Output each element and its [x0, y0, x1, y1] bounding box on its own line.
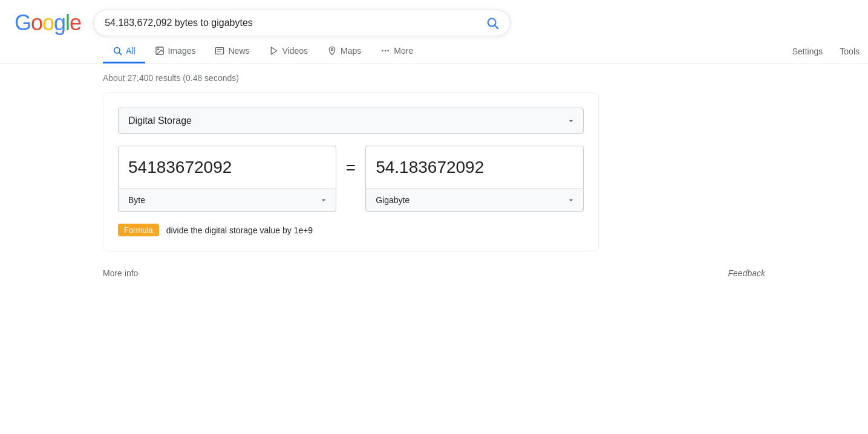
header: Google: [0, 0, 868, 36]
tab-all-label: All: [126, 46, 135, 56]
tab-maps[interactable]: Maps: [318, 40, 371, 63]
logo-letter-o1: o: [31, 10, 42, 36]
from-unit-select[interactable]: Bit Byte Kilobyte Megabyte Gigabyte Tera…: [118, 189, 336, 212]
tab-news-label: News: [228, 46, 249, 56]
tab-news[interactable]: News: [205, 40, 259, 63]
tab-maps-label: Maps: [341, 46, 361, 56]
tab-videos-label: Videos: [282, 46, 308, 56]
maps-tab-icon: [327, 46, 337, 56]
results-summary: About 27,400 results (0.48 seconds): [103, 73, 239, 83]
converter-inputs: 54183672092 Bit Byte Kilobyte Megabyte G…: [118, 146, 584, 212]
search-bar: [93, 10, 511, 36]
svg-point-5: [157, 49, 158, 50]
feedback-link[interactable]: Feedback: [728, 268, 765, 278]
svg-point-13: [388, 50, 390, 52]
search-icon: [486, 16, 499, 30]
category-select[interactable]: Digital Storage Length Mass Temperature …: [118, 108, 584, 134]
svg-point-10: [331, 48, 333, 50]
results-info: About 27,400 results (0.48 seconds): [0, 63, 868, 88]
images-tab-icon: [155, 46, 165, 56]
search-bar-wrapper: [93, 10, 511, 36]
svg-point-11: [382, 50, 383, 52]
svg-point-12: [385, 50, 387, 52]
to-value-display: 54.183672092: [365, 146, 584, 189]
videos-tab-icon: [269, 46, 279, 56]
tab-more[interactable]: More: [371, 40, 423, 63]
more-tab-icon: [380, 46, 390, 56]
search-input[interactable]: [105, 18, 478, 28]
tab-images[interactable]: Images: [145, 40, 206, 63]
settings-link[interactable]: Settings: [784, 40, 832, 62]
tools-link[interactable]: Tools: [831, 40, 868, 62]
logo-letter-e: e: [70, 10, 81, 36]
converter-card: Digital Storage Length Mass Temperature …: [103, 92, 599, 251]
svg-line-1: [495, 25, 498, 28]
google-logo[interactable]: Google: [15, 10, 81, 36]
tab-more-label: More: [394, 46, 413, 56]
formula-row: Formula divide the digital storage value…: [118, 224, 584, 236]
footer-row: More info Feedback: [0, 256, 868, 290]
logo-letter-o2: o: [42, 10, 54, 36]
to-unit-select[interactable]: Bit Byte Kilobyte Megabyte Gigabyte Tera…: [365, 189, 584, 212]
nav-tabs: All Images News Videos Maps More Setting…: [0, 36, 868, 63]
logo-letter-l: l: [65, 10, 70, 36]
tab-images-label: Images: [168, 46, 196, 56]
logo-letter-g: G: [15, 10, 31, 36]
more-info-link[interactable]: More info: [103, 268, 138, 278]
from-value: 54183672092: [128, 158, 232, 177]
nav-settings-tools: Settings Tools: [784, 40, 868, 62]
svg-marker-9: [271, 47, 276, 54]
search-tab-icon: [113, 46, 122, 56]
to-value: 54.183672092: [376, 158, 484, 177]
search-button[interactable]: [486, 16, 499, 30]
from-value-display: 54183672092: [118, 146, 336, 189]
formula-badge: Formula: [118, 224, 159, 236]
tab-all[interactable]: All: [103, 40, 145, 63]
to-input-group: 54.183672092 Bit Byte Kilobyte Megabyte …: [365, 146, 584, 212]
svg-line-3: [119, 53, 122, 55]
category-select-wrapper: Digital Storage Length Mass Temperature …: [118, 108, 584, 134]
news-tab-icon: [215, 46, 224, 56]
tab-videos[interactable]: Videos: [259, 40, 318, 63]
formula-text: divide the digital storage value by 1e+9: [166, 225, 313, 235]
equals-sign: =: [336, 158, 365, 178]
from-input-group: 54183672092 Bit Byte Kilobyte Megabyte G…: [118, 146, 336, 212]
logo-letter-g2: g: [54, 10, 65, 36]
